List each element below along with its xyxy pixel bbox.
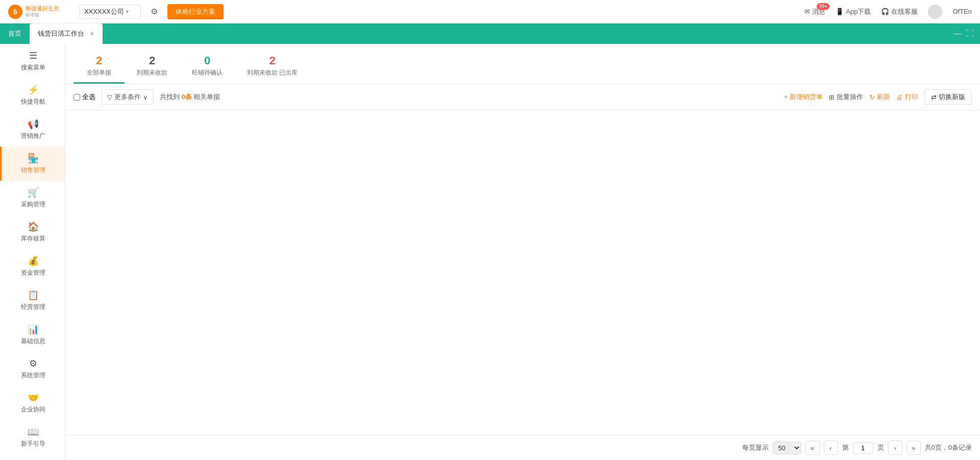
select-all-input[interactable] bbox=[74, 94, 80, 101]
top-bar: 6 畅捷通好生意 标准版 XXXXXX公司 ▾ ⚙ 体验行业方案 ✉ 消息 99… bbox=[0, 0, 980, 23]
select-all-checkbox[interactable]: 全选 bbox=[74, 92, 95, 102]
new-order-button[interactable]: + 新增销货单 bbox=[784, 92, 823, 102]
logo-text-area: 畅捷通好生意 标准版 bbox=[26, 5, 59, 18]
total-text: 共0页，0条记录 bbox=[925, 443, 972, 452]
sidebar-item-collab[interactable]: 🤝 企业协同 bbox=[0, 386, 65, 420]
found-suffix: 相关单据 bbox=[193, 93, 220, 101]
top-bar-right: ✉ 消息 99+ 📱 App下载 🎧 在线客服 OfTEn bbox=[804, 5, 972, 19]
avatar[interactable] bbox=[928, 5, 942, 19]
sidebar-item-apps[interactable]: 📦 应用中心 bbox=[0, 454, 65, 460]
sidebar-label-collab: 企业协同 bbox=[21, 405, 45, 414]
filter-icon: ▽ bbox=[107, 93, 112, 101]
wb-tab-shipped[interactable]: 2 到期未收款 已出库 bbox=[235, 50, 310, 84]
app-download-icon: 📱 bbox=[836, 8, 844, 15]
tab-close-icon[interactable]: ✕ bbox=[89, 30, 94, 37]
main-layout: ☰ 搜索菜单 ⚡ 快捷导航 📢 营销推广 🏪 销售管理 🛒 采购管理 🏠 库存核… bbox=[0, 44, 980, 460]
table-area bbox=[65, 110, 980, 435]
sidebar-item-system[interactable]: ⚙ 系统管理 bbox=[0, 352, 65, 386]
page-label: 第 bbox=[842, 443, 849, 452]
logo-area: 6 畅捷通好生意 标准版 bbox=[8, 5, 74, 19]
pagination-bar: 每页显示 50 100 « ‹ 第 页 › » 共0页，0条记录 bbox=[65, 435, 980, 460]
tab-workbench[interactable]: 钱货日清工作台 ✕ bbox=[30, 23, 103, 44]
online-service-button[interactable]: 🎧 在线客服 bbox=[881, 7, 918, 16]
print-button[interactable]: 🖨 打印 bbox=[896, 92, 918, 102]
wb-tab-all-count: 2 bbox=[96, 54, 102, 67]
sidebar-item-sales[interactable]: 🏪 销售管理 bbox=[0, 147, 65, 181]
sidebar-label-sales: 销售管理 bbox=[21, 166, 45, 175]
switch-icon: ⇄ bbox=[931, 93, 937, 101]
sidebar: ☰ 搜索菜单 ⚡ 快捷导航 📢 营销推广 🏪 销售管理 🛒 采购管理 🏠 库存核… bbox=[0, 44, 65, 460]
refresh-button[interactable]: ↻ 刷新 bbox=[869, 92, 890, 102]
wb-tab-all-label: 全部单据 bbox=[87, 68, 111, 77]
sidebar-label-finance: 资金管理 bbox=[21, 269, 45, 277]
marketing-icon: 📢 bbox=[28, 118, 39, 130]
sales-icon: 🏪 bbox=[28, 153, 39, 164]
company-selector[interactable]: XXXXXX公司 ▾ bbox=[80, 5, 141, 19]
sidebar-label-shortcut: 快捷导航 bbox=[21, 98, 45, 106]
sidebar-item-purchase[interactable]: 🛒 采购管理 bbox=[0, 181, 65, 215]
operation-icon: 📋 bbox=[28, 289, 39, 301]
sidebar-item-marketing[interactable]: 📢 营销推广 bbox=[0, 112, 65, 147]
trial-button[interactable]: 体验行业方案 bbox=[167, 4, 224, 19]
page-prev-button[interactable]: ‹ bbox=[824, 441, 838, 455]
per-page-select[interactable]: 50 100 bbox=[773, 442, 801, 454]
toolbar: 全选 ▽ 更多条件 ∨ 共找到 0条 相关单据 + 新增销货单 ⊞ 批量操作 bbox=[65, 84, 980, 110]
page-end-label: 页 bbox=[877, 443, 884, 452]
system-icon: ⚙ bbox=[29, 358, 37, 369]
logo-badge: 标准版 bbox=[26, 12, 59, 18]
wb-tab-all[interactable]: 2 全部单据 bbox=[74, 50, 125, 84]
service-icon: 🎧 bbox=[881, 8, 889, 15]
logo-icon: 6 bbox=[8, 5, 22, 19]
sidebar-item-shortcut[interactable]: ⚡ 快捷导航 bbox=[0, 78, 65, 112]
filter-label: 更多条件 bbox=[114, 92, 141, 102]
wb-tab-shipped-count: 2 bbox=[270, 54, 276, 67]
page-last-button[interactable]: » bbox=[906, 441, 921, 455]
tab-maximize-button[interactable]: ⛶ bbox=[966, 29, 974, 38]
sidebar-item-inventory[interactable]: 🏠 库存核算 bbox=[0, 215, 65, 249]
sidebar-item-basic[interactable]: 📊 基础信息 bbox=[0, 318, 65, 352]
batch-icon: ⊞ bbox=[829, 93, 835, 101]
batch-button[interactable]: ⊞ 批量操作 bbox=[829, 92, 863, 102]
collab-icon: 🤝 bbox=[28, 392, 39, 403]
settings-button[interactable]: ⚙ bbox=[147, 5, 161, 19]
select-all-label: 全选 bbox=[82, 92, 95, 102]
wb-tab-shipped-label: 到期未收款 已出库 bbox=[247, 68, 298, 77]
company-name: XXXXXX公司 bbox=[84, 7, 124, 16]
filter-button[interactable]: ▽ 更多条件 ∨ bbox=[102, 89, 154, 105]
sidebar-item-operation[interactable]: 📋 经营管理 bbox=[0, 283, 65, 318]
switch-version-button[interactable]: ⇄ 切换新版 bbox=[924, 89, 972, 105]
found-count: 0条 bbox=[182, 93, 192, 101]
app-download-button[interactable]: 📱 App下载 bbox=[836, 7, 871, 16]
wb-tab-wangpu-label: 旺铺待确认 bbox=[192, 68, 223, 77]
shortcut-icon: ⚡ bbox=[28, 84, 39, 95]
page-number-input[interactable] bbox=[853, 442, 873, 454]
wb-tab-overdue-label: 到期未收款 bbox=[137, 68, 167, 77]
sidebar-item-search[interactable]: ☰ 搜索菜单 bbox=[0, 44, 65, 78]
tab-home[interactable]: 首页 bbox=[0, 23, 30, 44]
message-icon: ✉ bbox=[804, 8, 810, 15]
tab-home-label: 首页 bbox=[8, 29, 21, 38]
search-icon: ☰ bbox=[29, 50, 37, 61]
refresh-icon: ↻ bbox=[869, 93, 875, 101]
tab-bar-actions: — ⛶ bbox=[947, 29, 980, 38]
sidebar-item-finance[interactable]: 💰 资金管理 bbox=[0, 249, 65, 283]
wb-tab-overdue[interactable]: 2 到期未收款 bbox=[125, 50, 180, 84]
inventory-icon: 🏠 bbox=[28, 221, 39, 232]
top-bar-left: 6 畅捷通好生意 标准版 XXXXXX公司 ▾ ⚙ 体验行业方案 bbox=[8, 4, 224, 19]
sidebar-item-guide[interactable]: 📖 新手引导 bbox=[0, 420, 65, 454]
service-label: 在线客服 bbox=[891, 7, 918, 16]
tab-minimize-button[interactable]: — bbox=[953, 29, 962, 38]
sidebar-label-system: 系统管理 bbox=[21, 371, 45, 380]
finance-icon: 💰 bbox=[28, 255, 39, 267]
workbench-tabs: 2 全部单据 2 到期未收款 0 旺铺待确认 2 到期未收款 已出库 bbox=[65, 44, 980, 84]
per-page-label: 每页显示 bbox=[742, 443, 769, 452]
wb-tab-wangpu[interactable]: 0 旺铺待确认 bbox=[180, 50, 235, 84]
page-first-button[interactable]: « bbox=[805, 441, 820, 455]
sidebar-label-operation: 经营管理 bbox=[21, 303, 45, 311]
page-next-button[interactable]: › bbox=[888, 441, 902, 455]
batch-label: 批量操作 bbox=[837, 92, 863, 102]
company-dropdown-icon: ▾ bbox=[126, 9, 129, 14]
filter-chevron-icon: ∨ bbox=[143, 93, 148, 101]
wb-tab-overdue-count: 2 bbox=[149, 54, 155, 67]
message-button[interactable]: ✉ 消息 99+ bbox=[804, 7, 825, 16]
